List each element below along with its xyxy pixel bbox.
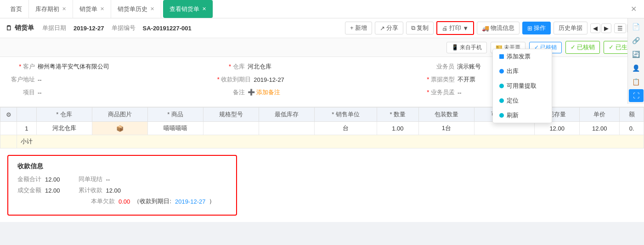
main-container: 首页 库存期初 ✕ 销货单 ✕ 销货单历史 ✕ 查看销货单 ✕ ✕ 🗒 销货单 (0, 0, 644, 245)
print-button[interactable]: 🖨 打印 ▼ (436, 21, 474, 35)
toolbar-actions: + 新增 ↗ 分享 ⧉ 复制 🖨 打印 ▼ 🚚 物流信息 (345, 21, 638, 35)
operations-button[interactable]: ⊞ 操作 (522, 22, 551, 34)
prev-arrow[interactable]: ◀ (590, 23, 600, 33)
logistics-button[interactable]: 🚚 物流信息 (477, 22, 520, 34)
menu-outbound[interactable]: 出库 (493, 64, 552, 79)
sidebar-user-icon[interactable]: 👤 (629, 62, 644, 74)
salesperson-value: -- (458, 89, 462, 96)
print-icon: 🖨 (442, 25, 448, 32)
warehouse-label: 仓库 (217, 63, 245, 71)
project-value: -- (38, 89, 42, 96)
sidebar: 📄 🔗 🔄 👤 📋 ⛶ (627, 18, 644, 104)
share-button[interactable]: ↗ 分享 (375, 22, 403, 34)
from-phone-button[interactable]: 📱 来自手机 (446, 42, 487, 53)
col-rownum (17, 108, 37, 122)
cell-pack-qty: 1台 (418, 122, 474, 135)
close-sales-order[interactable]: ✕ (100, 6, 104, 12)
same-order-value: -- (106, 176, 110, 183)
col-warehouse: * 仓库 (36, 108, 92, 122)
tab-home[interactable]: 首页 (4, 0, 29, 18)
history-button[interactable]: 历史单据 (554, 22, 588, 34)
truck-icon: 🚚 (482, 25, 489, 32)
payment-box: 收款信息 金额合计 12.00 同单现结 -- 成交金额 12.00 (7, 155, 237, 216)
address-field: 客户地址 -- (7, 75, 217, 84)
locate-icon (499, 98, 504, 103)
col-settings[interactable]: ⚙ (0, 108, 17, 122)
outbound-label: 出库 (507, 67, 519, 75)
reviewed-button[interactable]: ✓ 已核销 (565, 41, 600, 54)
date-value: 2019-12-27 (73, 25, 104, 32)
nav-arrows: ◀ ▶ (590, 23, 611, 33)
payment-row-3: 本单欠款 0.00 （收款到期日: 2019-12-27 ） (17, 197, 227, 205)
cell-available (474, 122, 534, 135)
payment-title: 收款信息 (17, 162, 227, 171)
warehouse-value: 河北仓库 (248, 63, 271, 71)
next-arrow[interactable]: ▶ (601, 23, 611, 33)
menu-available-qty[interactable]: 可用量提取 (493, 79, 552, 93)
doc-toolbar: 🗒 销货单 单据日期 2019-12-27 单据编号 SA-20191227-0… (0, 18, 644, 38)
window-close[interactable]: ✕ (627, 5, 640, 13)
new-button[interactable]: + 新增 (345, 22, 372, 34)
cell-warehouse: 河北仓库 (36, 122, 92, 135)
cumulative-label: 累计收款 (79, 186, 102, 194)
refresh-icon (499, 113, 504, 118)
cell-quantity: 1.00 (377, 122, 419, 135)
doc-title-text: 销货单 (15, 24, 34, 32)
operations-dropdown: 添加发票 出库 可用量提取 定位 刷新 (492, 49, 552, 123)
close-inventory-init[interactable]: ✕ (62, 6, 66, 12)
sidebar-doc-icon[interactable]: 📄 (629, 20, 644, 33)
menu-refresh[interactable]: 刷新 (493, 108, 552, 123)
cell-amount: 0. (620, 122, 644, 135)
payment-row-1: 金额合计 12.00 同单现结 -- (17, 175, 227, 183)
cumulative-value: 12.00 (106, 187, 121, 194)
note-field: 备注 ➕ 添加备注 (217, 88, 427, 97)
sidebar-refresh-icon[interactable]: 🔄 (629, 48, 644, 61)
cell-product: 嘻嘻嘻嘻 (147, 122, 203, 135)
tab-view-sales[interactable]: 查看销货单 ✕ (163, 0, 213, 18)
refresh-label: 刷新 (507, 111, 519, 120)
note-label: 备注 (217, 88, 245, 97)
customer-value: 柳州粤港平安气体有限公司 (38, 63, 109, 71)
subtotal-label: 小计 (17, 135, 644, 148)
cell-product-img: 📦 (92, 122, 147, 135)
owed-note: （收款到期日: (134, 197, 171, 205)
copy-button[interactable]: ⧉ 复制 (406, 22, 434, 34)
close-sales-history[interactable]: ✕ (150, 6, 154, 12)
sidebar-expand-icon[interactable]: ⛶ (629, 89, 644, 102)
tab-inventory-init[interactable]: 库存期初 ✕ (29, 0, 73, 18)
locate-label: 定位 (507, 97, 519, 105)
tab-sales-order[interactable]: 销货单 ✕ (73, 0, 111, 18)
available-qty-label: 可用量提取 (507, 82, 537, 90)
sidebar-clipboard-icon[interactable]: 📋 (629, 75, 644, 88)
col-min-stock: 最低库存 (259, 108, 314, 122)
project-field: 项目 -- (7, 88, 217, 97)
address-label: 客户地址 (7, 75, 35, 84)
cell-rownum: 1 (17, 122, 37, 135)
cell-unit-price: 12.00 (580, 122, 620, 135)
total-item: 金额合计 12.00 (17, 175, 60, 183)
add-note-button[interactable]: ➕ 添加备注 (248, 88, 281, 97)
number-label: 单据编号 (112, 24, 136, 32)
close-view-sales[interactable]: ✕ (202, 6, 206, 12)
col-amount: 额 (620, 108, 644, 122)
cell-min-stock (259, 122, 314, 135)
add-invoice-label: 添加发票 (507, 52, 531, 61)
doc-icon: 🗒 (6, 24, 12, 32)
same-order-item: 同单现结 -- (79, 175, 110, 183)
doc-title: 🗒 销货单 (6, 24, 34, 32)
total-value: 12.00 (45, 176, 60, 183)
list-view-icon[interactable]: ☰ (614, 23, 626, 33)
tab-sales-history[interactable]: 销货单历史 ✕ (111, 0, 161, 18)
menu-locate[interactable]: 定位 (493, 93, 552, 108)
menu-add-invoice[interactable]: 添加发票 (493, 49, 552, 64)
warehouse-field: 仓库 河北仓库 (217, 63, 427, 71)
owed-date: 2019-12-27 (175, 198, 206, 205)
owed-note-end: ） (209, 197, 215, 205)
transaction-label: 成交金额 (17, 186, 41, 194)
payment-row-2: 成交金额 12.00 累计收款 12.00 (17, 186, 227, 194)
col-product: * 商品 (147, 108, 203, 122)
ticket-type-label: 票据类型 (427, 75, 455, 84)
sidebar-link-icon[interactable]: 🔗 (629, 34, 644, 47)
doc-meta: 单据日期 2019-12-27 单据编号 SA-20191227-001 (42, 24, 192, 32)
staff-value: 演示账号 (457, 63, 481, 71)
